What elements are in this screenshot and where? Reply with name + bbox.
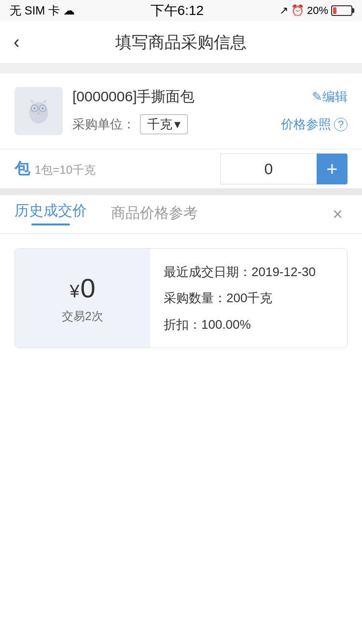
svg-marker-8 <box>30 99 35 104</box>
status-bar: 无 SIM 卡 ☁ 下午6:12 ↗ ⏰ 20% <box>0 0 362 21</box>
product-card: [0000006]手撕面包 ✎编辑 采购单位： 千克 ▾ 价格参照 ? <box>0 73 362 149</box>
purchase-qty-row: 采购数量：200千克 <box>164 289 334 307</box>
history-content: ¥ 0 交易2次 最近成交日期：2019-12-30 采购数量：200千克 折扣… <box>0 234 362 363</box>
tab-product-label: 商品价格参考 <box>111 203 198 223</box>
price-ref-button[interactable]: 价格参照 ? <box>281 116 348 133</box>
discount-label: 折扣： <box>164 317 201 332</box>
svg-point-6 <box>42 107 44 110</box>
location-icon: ↗ <box>279 4 288 17</box>
nav-bar: ‹ 填写商品采购信息 <box>0 21 362 64</box>
history-details-section: 最近成交日期：2019-12-30 采购数量：200千克 折扣：100.00% <box>150 249 347 348</box>
alarm-icon: ⏰ <box>291 4 304 17</box>
tab-panel: 历史成交价 商品价格参考 × ¥ 0 交易2次 最近成交日期：2019-12-3… <box>0 195 362 363</box>
trade-count: 交易2次 <box>62 308 103 324</box>
tab-history-price[interactable]: 历史成交价 <box>14 201 87 227</box>
discount-value: 100.00% <box>201 317 251 332</box>
product-thumbnail <box>14 87 63 135</box>
status-time: 下午6:12 <box>151 1 204 20</box>
tab-close-button[interactable]: × <box>328 199 348 229</box>
unit-select[interactable]: 千克 ▾ <box>140 114 188 134</box>
date-value: 2019-12-30 <box>251 265 316 279</box>
bottom-space <box>0 363 362 644</box>
sim-label: 无 SIM 卡 ☁ <box>10 3 75 18</box>
quantity-input[interactable] <box>220 154 317 184</box>
discount-row: 折扣：100.00% <box>164 316 334 333</box>
battery-pct: 20% <box>307 4 328 17</box>
qty-label: 采购数量： <box>164 291 226 305</box>
battery-indicator <box>331 5 352 16</box>
quantity-plus-button[interactable]: + <box>317 154 348 184</box>
unit-row: 采购单位： 千克 ▾ <box>72 114 188 134</box>
edit-link[interactable]: ✎编辑 <box>312 88 348 105</box>
back-button[interactable]: ‹ <box>14 32 20 53</box>
quantity-control: + <box>220 154 348 184</box>
qty-value: 200千克 <box>226 291 272 305</box>
status-left: 无 SIM 卡 ☁ <box>10 3 75 18</box>
price-ref-help-icon[interactable]: ? <box>334 118 348 131</box>
quantity-label: 包 1包=10千克 <box>14 158 96 180</box>
tabs-header: 历史成交价 商品价格参考 × <box>0 195 362 234</box>
quantity-row: 包 1包=10千克 + <box>0 150 362 188</box>
tab-product-price[interactable]: 商品价格参考 <box>111 203 198 225</box>
product-info: [0000006]手撕面包 ✎编辑 采购单位： 千克 ▾ 价格参照 ? <box>72 87 348 134</box>
quantity-sub: 1包=10千克 <box>35 162 96 178</box>
price-amount: 0 <box>80 272 95 304</box>
tab-history-label: 历史成交价 <box>14 201 87 221</box>
history-price-section: ¥ 0 交易2次 <box>15 249 150 348</box>
history-card: ¥ 0 交易2次 最近成交日期：2019-12-30 采购数量：200千克 折扣… <box>14 248 348 348</box>
product-name: [0000006]手撕面包 <box>72 87 195 107</box>
section-divider <box>0 188 362 195</box>
tabs-list: 历史成交价 商品价格参考 <box>14 201 198 227</box>
history-price-display: ¥ 0 <box>70 272 95 304</box>
page-title: 填写商品采购信息 <box>115 31 247 54</box>
product-top-row: [0000006]手撕面包 ✎编辑 <box>72 87 348 107</box>
status-right: ↗ ⏰ 20% <box>279 4 352 17</box>
product-bottom-row: 采购单位： 千克 ▾ 价格参照 ? <box>72 114 348 134</box>
tab-active-indicator <box>31 224 70 225</box>
quantity-unit: 包 <box>14 158 30 180</box>
svg-point-5 <box>33 107 36 110</box>
unit-label: 采购单位： <box>72 116 135 133</box>
last-trade-date-row: 最近成交日期：2019-12-30 <box>164 263 334 280</box>
date-label: 最近成交日期： <box>164 265 251 279</box>
svg-marker-9 <box>42 99 47 104</box>
price-currency-symbol: ¥ <box>70 281 79 302</box>
